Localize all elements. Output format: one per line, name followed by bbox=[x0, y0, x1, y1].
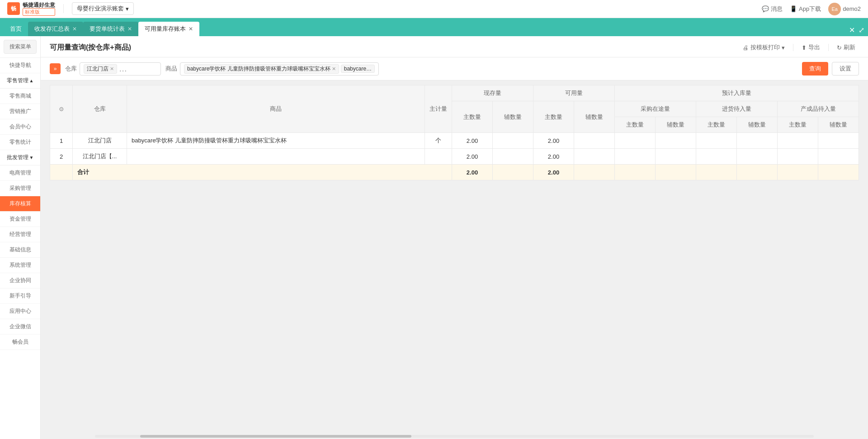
filter-area: » 仓库 江北门店 ✕ … 商品 babycare学饮杯 儿童防摔防撞吸管杯重力… bbox=[41, 57, 868, 80]
cell-warehouse-1: 江北门店 bbox=[73, 133, 127, 149]
cell-stock-main-1: 2.00 bbox=[452, 133, 493, 149]
tab-available-close[interactable]: ✕ bbox=[189, 26, 193, 32]
cell-purchase-aux-1 bbox=[656, 133, 696, 149]
divider1 bbox=[793, 44, 793, 51]
sidebar-item-quick-nav[interactable]: 快捷导航 bbox=[0, 58, 40, 73]
cell-production-aux-2 bbox=[818, 149, 859, 165]
top-bar-left: 畅 畅捷通好生意 标准版 母婴行业演示账套 ▾ bbox=[7, 2, 134, 16]
industry-selector[interactable]: 母婴行业演示账套 ▾ bbox=[72, 2, 134, 15]
warehouse-filter: 仓库 江北门店 ✕ … bbox=[65, 62, 161, 76]
sidebar-item-marketing[interactable]: 营销推广 bbox=[0, 104, 40, 119]
main-layout: 搜索菜单 快捷导航 零售管理 ▲ 零售商城 营销推广 会员中心 零售统计 批发管… bbox=[0, 36, 868, 439]
sidebar-item-enterprise[interactable]: 企业协同 bbox=[0, 273, 40, 288]
sidebar-item-ecom[interactable]: 电商管理 bbox=[0, 165, 40, 181]
app-download-action[interactable]: 📱 App下载 bbox=[790, 5, 821, 13]
tab-home[interactable]: 首页 bbox=[4, 22, 28, 36]
cell-purchase-main-2 bbox=[615, 149, 656, 165]
bottom-scroll[interactable] bbox=[41, 434, 868, 439]
sidebar-item-member[interactable]: 会员中心 bbox=[0, 119, 40, 135]
sidebar-item-member2[interactable]: 畅会员 bbox=[0, 335, 40, 350]
top-bar: 畅 畅捷通好生意 标准版 母婴行业演示账套 ▾ 💬 消息 📱 App下载 Ea … bbox=[0, 0, 868, 18]
footer-empty1 bbox=[50, 165, 73, 180]
tab-receipt-close[interactable]: ✕ bbox=[72, 26, 77, 32]
tab-available[interactable]: 可用量库存账本 ✕ bbox=[138, 22, 199, 36]
footer-inbound-aux bbox=[737, 165, 778, 180]
product-input[interactable]: babycare学饮杯 儿童防摔防撞吸管杯重力球吸嘴杯宝宝水杯 ✕ babyca… bbox=[180, 62, 379, 76]
sidebar-item-retail-mall[interactable]: 零售商城 bbox=[0, 89, 40, 104]
warehouse-input[interactable]: 江北门店 ✕ … bbox=[80, 62, 161, 76]
th-available-aux: 辅数量 bbox=[574, 101, 615, 133]
product-filter: 商品 babycare学饮杯 儿童防摔防撞吸管杯重力球吸嘴杯宝宝水杯 ✕ bab… bbox=[165, 62, 379, 76]
sidebar-item-system[interactable]: 系统管理 bbox=[0, 258, 40, 273]
th-settings[interactable]: ⚙ bbox=[50, 85, 73, 133]
cell-available-main-2: 2.00 bbox=[533, 149, 574, 165]
cell-stock-aux-1 bbox=[493, 133, 533, 149]
message-action[interactable]: 💬 消息 bbox=[762, 5, 783, 13]
tab-order-close[interactable]: ✕ bbox=[127, 26, 132, 32]
sidebar-item-finance[interactable]: 资金管理 bbox=[0, 212, 40, 227]
sidebar-item-inventory[interactable]: 库存核算 bbox=[0, 196, 40, 212]
cell-unit-2 bbox=[425, 149, 452, 165]
query-btn[interactable]: 查询 bbox=[802, 62, 828, 76]
warehouse-more[interactable]: … bbox=[119, 64, 127, 74]
sidebar-item-retail-stat[interactable]: 零售统计 bbox=[0, 135, 40, 150]
cell-production-main-1 bbox=[778, 133, 818, 149]
table-row: 1 江北门店 babycare学饮杯 儿童防摔防撞吸管杯重力球吸嘴杯宝宝水杯 个… bbox=[50, 133, 859, 149]
product-tag1: babycare学饮杯 儿童防摔防撞吸管杯重力球吸嘴杯宝宝水杯 ✕ bbox=[184, 64, 339, 74]
sidebar-item-enterprise-wechat[interactable]: 企业微信 bbox=[0, 319, 40, 335]
user-menu[interactable]: Ea demo2 bbox=[828, 3, 861, 15]
avatar: Ea bbox=[828, 3, 841, 15]
footer-available-main: 2.00 bbox=[533, 165, 574, 180]
app-download-label: App下载 bbox=[799, 5, 821, 13]
export-btn[interactable]: ⬆ 导出 bbox=[798, 42, 824, 53]
th-purchase-group: 采购在途量 bbox=[615, 101, 696, 117]
cell-available-aux-1 bbox=[574, 133, 615, 149]
filter-actions: 查询 设置 bbox=[802, 62, 859, 76]
settings-icon[interactable]: ⚙ bbox=[59, 106, 64, 113]
th-inbound-group: 进货待入量 bbox=[696, 101, 778, 117]
tab-available-label: 可用量库存账本 bbox=[145, 25, 186, 33]
warehouse-tag-close[interactable]: ✕ bbox=[110, 66, 114, 72]
sidebar-wholesale-label: 批发管理 bbox=[7, 154, 28, 161]
sidebar-item-newbie[interactable]: 新手引导 bbox=[0, 288, 40, 304]
cell-purchase-main-1 bbox=[615, 133, 656, 149]
settings-btn[interactable]: 设置 bbox=[832, 62, 859, 76]
product-label: 商品 bbox=[165, 65, 177, 73]
industry-label: 母婴行业演示账套 bbox=[77, 5, 124, 13]
th-purchase-main: 主数量 bbox=[615, 117, 656, 133]
sidebar-item-basic[interactable]: 基础信息 bbox=[0, 242, 40, 258]
cell-seq-1: 1 bbox=[50, 133, 73, 149]
refresh-btn[interactable]: ↻ 刷新 bbox=[833, 42, 859, 53]
tab-receipt[interactable]: 收发存汇总表 ✕ bbox=[28, 22, 83, 36]
cell-warehouse-2: 江北门店【... bbox=[73, 149, 127, 165]
sidebar-item-ops[interactable]: 经营管理 bbox=[0, 227, 40, 242]
top-bar-right: 💬 消息 📱 App下载 Ea demo2 bbox=[762, 3, 861, 15]
sidebar-item-app-center[interactable]: 应用中心 bbox=[0, 304, 40, 319]
brand-logo: 畅 畅捷通好生意 标准版 bbox=[7, 2, 55, 16]
footer-stock-main: 2.00 bbox=[452, 165, 493, 180]
tab-order[interactable]: 要货单统计表 ✕ bbox=[83, 22, 138, 36]
sidebar-item-retail[interactable]: 零售管理 ▲ bbox=[0, 73, 40, 89]
expand-icon[interactable]: ⤢ bbox=[859, 26, 864, 34]
scroll-thumb[interactable] bbox=[140, 435, 411, 438]
th-production-main: 主数量 bbox=[778, 117, 818, 133]
footer-available-aux bbox=[574, 165, 615, 180]
cell-inbound-aux-2 bbox=[737, 149, 778, 165]
cell-available-aux-2 bbox=[574, 149, 615, 165]
expand-btn[interactable]: » bbox=[50, 63, 61, 74]
page-header: 可用量查询(按仓库+商品) 🖨 按模板打印 ▾ ⬆ 导出 ↻ 刷新 bbox=[41, 36, 868, 57]
sidebar-item-wholesale[interactable]: 批发管理 ▼ bbox=[0, 150, 40, 165]
sidebar-item-purchase[interactable]: 采购管理 bbox=[0, 181, 40, 196]
th-warehouse: 仓库 bbox=[73, 85, 127, 133]
template-print-btn[interactable]: 🖨 按模板打印 ▾ bbox=[739, 42, 788, 53]
tab-receipt-label: 收发存汇总表 bbox=[34, 25, 70, 33]
cell-production-main-2 bbox=[778, 149, 818, 165]
product-tag1-close[interactable]: ✕ bbox=[332, 66, 336, 72]
th-available-group: 可用量 bbox=[533, 85, 615, 101]
retail-arrow-icon: ▲ bbox=[29, 78, 34, 83]
cell-inbound-main-1 bbox=[696, 133, 737, 149]
tab-home-label: 首页 bbox=[10, 25, 22, 33]
close-all-icon[interactable]: ✕ bbox=[849, 26, 855, 34]
search-menu-btn[interactable]: 搜索菜单 bbox=[4, 40, 37, 54]
th-inbound-aux: 辅数量 bbox=[737, 117, 778, 133]
